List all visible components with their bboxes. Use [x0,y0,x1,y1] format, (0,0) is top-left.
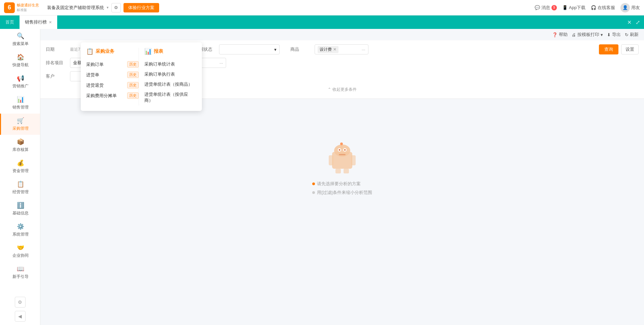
menu-col-report-title: 📊 报表 [144,48,197,55]
menu-col-purchase-biz-title: 📋 采购业务 [86,48,139,55]
content-area: ❓ 帮助 🖨 按模板打印 ▾ ⬇ 导出 ↻ 刷新 日期 最近7天 更多 [40,29,644,325]
report-icon: 📊 [144,48,152,55]
history-tag-inbound: 历史 [127,72,139,78]
menu-item-purchase-order[interactable]: 采购订单 历史 [86,59,139,70]
purchase-biz-icon: 📋 [86,48,94,55]
purchase-dropdown-menu: 📋 采购业务 采购订单 历史 进货单 历史 进货退货 历史 [81,42,202,111]
menu-col-report: 📊 报表 采购订单统计表 采购订单执行表 进货单统计表（按商品） 进货单统计表（… [139,48,197,106]
menu-item-order-exec[interactable]: 采购订单执行表 [144,69,197,79]
menu-col-purchase-biz: 📋 采购业务 采购订单 历史 进货单 历史 进货退货 历史 [86,48,139,106]
menu-columns: 📋 采购业务 采购订单 历史 进货单 历史 进货退货 历史 [86,48,196,106]
menu-item-expense[interactable]: 采购费用分摊单 历史 [86,90,139,101]
menu-item-inbound[interactable]: 进货单 历史 [86,70,139,80]
history-tag-expense: 历史 [127,92,139,99]
history-tag-return: 历史 [127,82,139,88]
menu-item-inbound-stats-goods[interactable]: 进货单统计表（按商品） [144,79,197,89]
menu-item-return[interactable]: 进货退货 历史 [86,80,139,90]
menu-item-inbound-stats-supplier[interactable]: 进货单统计表（按供应商） [144,89,197,106]
main-layout: 🔍 搜索菜单 🏠 快捷导航 📢 营销推广 📊 销售管理 🛒 采购管理 📦 库存核… [0,29,644,325]
history-tag-purchase-order: 历史 [127,61,139,68]
menu-item-order-stats[interactable]: 采购订单统计表 [144,59,197,69]
